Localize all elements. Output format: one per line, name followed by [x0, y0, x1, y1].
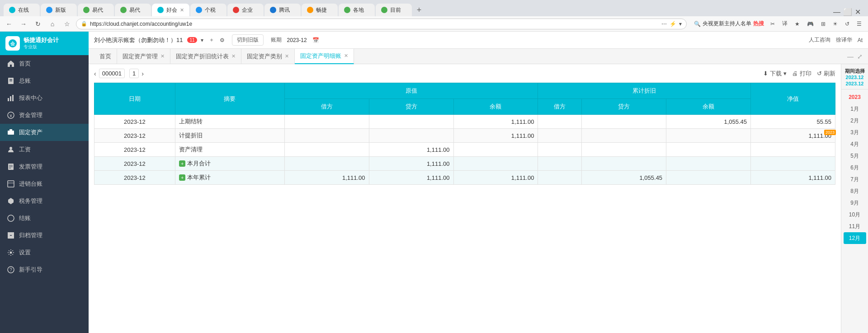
- tab-fixed-asset-mgmt[interactable]: 固定资产管理 ✕: [117, 49, 170, 64]
- tab-icon: [196, 7, 202, 13]
- dropdown-chevron: ▾: [783, 70, 787, 77]
- expand-panel-button[interactable]: ⤢: [857, 53, 863, 60]
- period-month-2[interactable]: 2月: [844, 115, 866, 127]
- row-orig-debit: [284, 157, 369, 171]
- browser-tab-online[interactable]: 在线: [4, 4, 40, 16]
- refresh-label: 刷新: [824, 70, 835, 78]
- download-button[interactable]: ⬇ 下载 ▾: [763, 70, 787, 78]
- sidebar-item-report-center[interactable]: 报表中心: [0, 89, 89, 107]
- close-tab-depreciation[interactable]: ✕: [231, 53, 236, 59]
- sidebar-item-settings[interactable]: 设置: [0, 244, 89, 261]
- period-end-date[interactable]: 2023.12: [843, 81, 866, 86]
- row-orig-debit: [284, 115, 369, 129]
- tab-asset-ledger[interactable]: 固定资产明细账 ✕: [295, 49, 354, 64]
- sidebar-item-general-ledger[interactable]: 总账: [0, 72, 89, 89]
- sidebar-item-fixed-assets[interactable]: 固定资产: [0, 124, 89, 141]
- period-year-badge[interactable]: 2023: [844, 91, 866, 103]
- sidebar-item-invoice[interactable]: 发票管理: [0, 158, 89, 175]
- star-tool[interactable]: ★: [792, 20, 802, 28]
- close-tab-category[interactable]: ✕: [285, 53, 289, 59]
- sidebar-item-tax-mgmt[interactable]: 税务管理: [0, 192, 89, 210]
- home-button[interactable]: ⌂: [47, 19, 58, 29]
- maximize-button[interactable]: ⬜: [843, 8, 852, 16]
- scissors-tool[interactable]: ✂: [768, 20, 778, 28]
- forward-button[interactable]: →: [18, 19, 29, 29]
- switch-version-button[interactable]: 切到旧版: [232, 34, 264, 46]
- sidebar-item-guide[interactable]: ? 新手引导: [0, 261, 89, 278]
- undo-tool[interactable]: ↺: [842, 20, 852, 28]
- address-bar[interactable]: 🔒 https://cloud.chanjet.com/accounting/u…: [76, 19, 687, 29]
- theme-tool[interactable]: ☀: [830, 20, 840, 28]
- dropdown-icon[interactable]: ▾: [679, 21, 682, 27]
- menu-tool[interactable]: ☰: [854, 20, 864, 28]
- new-tab-button[interactable]: +: [413, 4, 425, 16]
- browser-tab-changjie[interactable]: 畅捷: [302, 4, 338, 16]
- tab-home[interactable]: 首页: [94, 49, 117, 64]
- row-net-value: [751, 143, 835, 157]
- service-button[interactable]: 人工咨询: [809, 36, 830, 44]
- row-accum-balance: [666, 157, 751, 171]
- sidebar-item-close-account[interactable]: 结账: [0, 210, 89, 227]
- print-button[interactable]: 🖨 打印: [792, 70, 811, 78]
- svg-rect-17: [8, 181, 14, 187]
- collapse-panel-button[interactable]: —: [847, 53, 854, 60]
- sidebar: 会 畅捷通好会计 专业版 首页 总账 报表中心 ¥ 资: [0, 32, 89, 333]
- dropdown-arrow[interactable]: ▾: [201, 37, 203, 43]
- browser-tab-yidai2[interactable]: 易代: [115, 4, 151, 16]
- period-month-11[interactable]: 11月: [844, 220, 866, 232]
- browser-tab-yidai1[interactable]: 易代: [78, 4, 114, 16]
- minimize-button[interactable]: —: [833, 8, 840, 16]
- close-tab-fixed-asset-mgmt[interactable]: ✕: [160, 53, 165, 59]
- period-month-5[interactable]: 5月: [844, 150, 866, 162]
- prev-record-button[interactable]: ‹: [94, 70, 96, 77]
- main-area: 刘小艳演示账套（勿删勿动！）11 11 ▾ ＋ ⚙ 切到旧版 账期 2023-1…: [89, 32, 868, 333]
- sidebar-item-salary[interactable]: 工资: [0, 141, 89, 158]
- period-month-7[interactable]: 7月: [844, 174, 866, 185]
- th-accum-balance: 余额: [666, 99, 751, 115]
- game-tool[interactable]: 🎮: [804, 20, 816, 28]
- back-button[interactable]: ←: [4, 19, 14, 29]
- row-accum-balance: 1,055.45: [666, 115, 751, 129]
- period-month-12[interactable]: 12月: [844, 232, 866, 244]
- refresh-button[interactable]: ↺ 刷新: [817, 70, 835, 78]
- browser-tab-new[interactable]: 新版: [41, 4, 77, 16]
- period-month-9[interactable]: 9月: [844, 197, 866, 209]
- download-icon: ⬇: [763, 70, 768, 77]
- browser-tab-gedi[interactable]: 各地: [339, 4, 375, 16]
- tab-label: 易代: [92, 6, 103, 14]
- sidebar-item-home[interactable]: 首页: [0, 55, 89, 72]
- period-month-4[interactable]: 4月: [844, 138, 866, 150]
- table-row: 2023-12 上期结转 1,111.00 1,055.45 55.55: [94, 115, 835, 129]
- period-month-8[interactable]: 8月: [844, 185, 866, 197]
- browser-tab-geshui[interactable]: 个税: [190, 4, 226, 16]
- period-month-3[interactable]: 3月: [844, 127, 866, 138]
- row-date: 2023-12: [94, 115, 175, 129]
- settings-gear-icon[interactable]: ⚙: [220, 37, 225, 43]
- browser-tab-haohui[interactable]: 好会 ✕: [152, 4, 189, 16]
- translate-tool[interactable]: 译: [779, 19, 790, 28]
- reload-button[interactable]: ↻: [33, 19, 43, 29]
- add-account-button[interactable]: ＋: [209, 36, 214, 44]
- sidebar-item-fund-mgmt[interactable]: ¥ 资金管理: [0, 107, 89, 124]
- close-window-button[interactable]: ✕: [855, 8, 861, 16]
- calendar-icon[interactable]: 📅: [312, 37, 319, 43]
- app-header: 刘小艳演示账套（勿删勿动！）11 11 ▾ ＋ ⚙ 切到旧版 账期 2023-1…: [89, 32, 868, 49]
- grid-tool[interactable]: ⊞: [818, 20, 828, 28]
- close-icon[interactable]: ✕: [180, 7, 184, 13]
- bookmark-button[interactable]: ☆: [61, 19, 72, 29]
- next-record-button[interactable]: ›: [142, 70, 144, 77]
- tab-depreciation-stats[interactable]: 固定资产折旧统计表 ✕: [170, 49, 241, 64]
- browser-tab-tengxun[interactable]: 腾讯: [264, 4, 301, 16]
- period-start-date[interactable]: 2023.12: [843, 75, 866, 80]
- browser-tab-qiye[interactable]: 企业: [227, 4, 264, 16]
- period-month-6[interactable]: 6月: [844, 162, 866, 174]
- sidebar-item-trade-ledger[interactable]: 进销台账: [0, 175, 89, 192]
- browser-tab-muqian[interactable]: 目前: [376, 4, 412, 16]
- period-month-1[interactable]: 1月: [844, 103, 866, 115]
- user-button[interactable]: 徐译华: [836, 36, 852, 44]
- period-month-10[interactable]: 10月: [844, 209, 866, 220]
- close-tab-ledger[interactable]: ✕: [344, 53, 348, 59]
- sidebar-item-archive[interactable]: 归档管理: [0, 227, 89, 244]
- tab-label: 新版: [55, 6, 66, 14]
- tab-asset-category[interactable]: 固定资产类别 ✕: [241, 49, 295, 64]
